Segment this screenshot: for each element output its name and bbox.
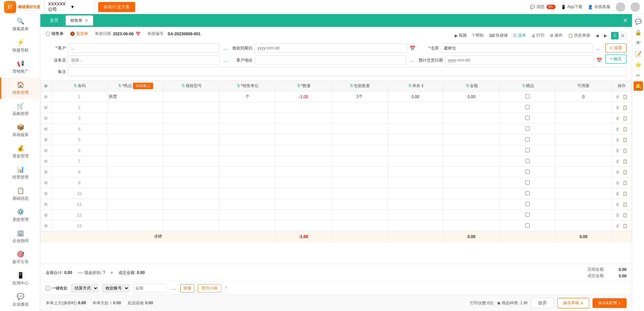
cell-product[interactable] (107, 113, 163, 124)
delete-icon[interactable]: 🗑 (616, 127, 620, 131)
delete-icon[interactable]: 🗑 (616, 202, 620, 207)
cell-unit[interactable] (219, 102, 275, 113)
delete-icon[interactable]: 🗑 (616, 181, 620, 185)
add-payment-button[interactable]: 添加 (180, 284, 194, 293)
cell-pkg-qty[interactable] (331, 134, 387, 145)
cell-amount[interactable] (444, 134, 500, 145)
company-selector[interactable]: XXXXXX公司 ▼ (44, 0, 95, 14)
fee-split-button[interactable]: 费用分摊 (198, 284, 221, 293)
avatar[interactable] (616, 2, 625, 12)
cell-price[interactable] (387, 167, 444, 178)
tab-sales-order[interactable]: 销售单 ✕ (66, 15, 93, 26)
print-btn[interactable]: 🖨 打印 (530, 32, 546, 39)
cell-pkg-qty[interactable] (331, 145, 387, 156)
cell-pkg-qty[interactable] (331, 113, 387, 124)
cell-gift[interactable] (499, 134, 556, 145)
delete-icon[interactable]: 🗑 (616, 224, 620, 228)
cell-price[interactable] (387, 188, 444, 199)
gift-checkbox[interactable] (525, 169, 530, 174)
copy-icon[interactable]: 📋 (622, 181, 628, 185)
cell-price[interactable] (387, 156, 444, 167)
notes-input[interactable] (68, 67, 627, 76)
help-icon-discount[interactable]: ? (103, 270, 105, 275)
cell-amount[interactable] (444, 156, 500, 167)
cell-price[interactable] (387, 134, 444, 145)
calendar-icon[interactable]: 📅 (136, 32, 141, 36)
receipt-date-input[interactable] (255, 43, 408, 53)
delete-icon[interactable]: 🗑 (616, 148, 620, 153)
message-button[interactable]: 💬 消息 99+ (530, 4, 556, 10)
logistics-button[interactable]: + 物流 (605, 54, 627, 64)
save-new-button[interactable]: 保存&新增 ∧ (593, 298, 627, 308)
row-gear-icon[interactable]: ⚙ (44, 159, 48, 164)
video-btn[interactable]: ▶ 视频 (453, 32, 468, 39)
cell-qty[interactable] (275, 134, 332, 145)
cell-price[interactable] (387, 210, 444, 221)
cell-qty[interactable] (275, 167, 332, 178)
expected-date-calendar-icon[interactable]: 📅 (596, 57, 602, 63)
cell-amount[interactable] (444, 210, 500, 221)
cell-amount[interactable] (444, 199, 500, 210)
cell-unit[interactable]: 个 (219, 91, 275, 102)
cell-unit[interactable] (219, 221, 275, 231)
cell-pkg-qty[interactable] (331, 221, 387, 231)
gift-checkbox[interactable] (525, 148, 530, 152)
cell-qty[interactable] (275, 145, 332, 156)
copy-icon[interactable]: 📋 (622, 159, 628, 164)
cell-spec[interactable] (163, 134, 220, 145)
amount-input[interactable] (133, 284, 166, 293)
customer-input[interactable] (68, 43, 220, 53)
payment-dots-btn[interactable]: ... (170, 285, 177, 291)
cell-product[interactable] (107, 221, 163, 231)
cell-product[interactable] (107, 178, 163, 188)
one-click-payment-label[interactable]: 一键收款 (46, 285, 68, 291)
cell-spec[interactable] (163, 102, 220, 113)
cell-gift[interactable] (499, 188, 556, 199)
gift-checkbox[interactable] (525, 137, 530, 142)
cell-qty[interactable] (275, 124, 332, 134)
cell-product[interactable] (107, 188, 163, 199)
warehouse-input[interactable] (441, 43, 593, 53)
row-gear-icon[interactable]: ⚙ (44, 181, 48, 185)
cell-pkg-qty[interactable]: 1个 (331, 91, 387, 102)
copy-icon[interactable]: 📋 (622, 94, 628, 99)
cell-gift[interactable] (499, 124, 556, 134)
cell-pkg-qty[interactable] (331, 210, 387, 221)
cell-product[interactable] (107, 124, 163, 134)
online-service-button[interactable]: 👤 在线客服 (588, 4, 610, 10)
abandon-button[interactable]: 放弃 (531, 298, 554, 308)
cell-product[interactable] (107, 167, 163, 178)
cell-unit[interactable] (219, 188, 275, 199)
sidebar-item-shortcut[interactable]: ⚡ 快捷导航 (0, 35, 40, 56)
next-btn[interactable]: ▶ (603, 33, 608, 39)
cell-price[interactable] (387, 102, 444, 113)
calc-method-select[interactable]: 结算方式 (71, 284, 99, 293)
cell-price[interactable] (387, 178, 444, 188)
cell-unit[interactable] (219, 134, 275, 145)
right-panel-lock[interactable]: 🔒 (634, 28, 643, 37)
sidebar-item-newbie[interactable]: 🎯 新手引导 (0, 247, 40, 268)
radio-sales-input[interactable] (46, 32, 50, 36)
copy-icon[interactable]: 📋 (622, 170, 628, 174)
shortcut-key-btn[interactable]: ⌨ 快捷键 (488, 32, 509, 39)
cell-price[interactable] (387, 145, 444, 156)
cell-gift[interactable] (499, 113, 556, 124)
radio-return-order[interactable]: 退货单 (70, 31, 88, 37)
staff-dots-btn[interactable]: ... (222, 57, 229, 63)
sidebar-item-inventory[interactable]: 📦 库存核算 (0, 120, 40, 141)
sidebar-item-marketing[interactable]: 📢 营销推广 (0, 56, 40, 78)
cell-gift[interactable] (499, 102, 556, 113)
settings-button[interactable]: ⊙ 设置 (605, 43, 627, 52)
delete-icon[interactable]: 🗑 (616, 191, 620, 196)
cell-spec[interactable] (163, 167, 220, 178)
cell-gift[interactable] (499, 156, 556, 167)
copy-icon[interactable]: 📋 (622, 191, 628, 196)
cell-gift[interactable] (499, 210, 556, 221)
row-gear-icon[interactable]: ⚙ (44, 94, 48, 99)
copy-icon[interactable]: 📋 (622, 224, 628, 228)
cell-amount[interactable] (444, 178, 500, 188)
cell-gift[interactable] (499, 145, 556, 156)
scan-button[interactable]: 扫码录入 (133, 83, 153, 89)
cell-spec[interactable] (163, 188, 220, 199)
cell-unit[interactable] (219, 124, 275, 134)
